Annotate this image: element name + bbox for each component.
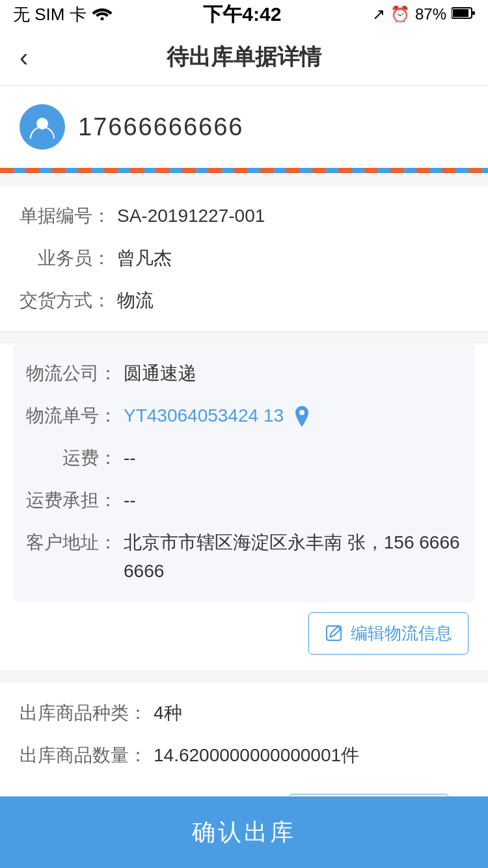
svg-rect-3 [472,11,475,15]
document-number-row: 单据编号： SA-20191227-001 [20,202,468,231]
sales-person-value: 曾凡杰 [111,244,468,273]
location-pin-icon [290,405,314,428]
page-title: 待出库单据详情 [167,42,321,72]
edit-logistics-button[interactable]: 编辑物流信息 [308,612,468,655]
address-row: 客户地址： 北京市市辖区海淀区永丰南 张，156 6666 6666 [26,528,462,587]
logistics-tracking-label: 物流单号： [26,401,117,431]
sales-person-row: 业务员： 曾凡杰 [20,244,468,273]
alarm-icon: ⏰ [390,5,410,23]
document-number-label: 单据编号： [20,202,111,231]
goods-quantity-value: 14.6200000000000001件 [147,741,468,770]
customer-header: 17666666666 [0,86,488,168]
customer-phone: 17666666666 [78,113,243,141]
goods-quantity-row: 出库商品数量： 14.6200000000000001件 [20,741,468,770]
content: 17666666666 单据编号： SA-20191227-001 业务员： 曾… [0,86,488,868]
confirm-button[interactable]: 确认出库 [192,817,296,848]
freight-row: 运费： -- [26,444,462,473]
edit-logistics-row: 编辑物流信息 [0,602,488,670]
nav-bar: ‹ 待出库单据详情 [0,29,488,86]
status-bar: 无 SIM 卡 下午4:42 ↗ ⏰ 87% [0,0,488,29]
delivery-type-value: 物流 [111,286,468,316]
battery-level: 87% [415,5,446,23]
freight-value: -- [117,444,462,473]
location-arrow-icon: ↗ [372,5,385,23]
svg-point-0 [100,17,103,20]
status-left: 无 SIM 卡 [13,3,113,26]
goods-quantity-label: 出库商品数量： [20,741,147,770]
address-value: 北京市市辖区海淀区永丰南 张，156 6666 6666 [117,528,462,587]
freight-label: 运费： [26,444,117,473]
logistics-company-value: 圆通速递 [117,359,462,388]
freight-bearer-label: 运费承担： [26,486,117,515]
bottom-bar: 确认出库 [0,796,488,868]
edit-icon [325,624,344,644]
avatar [20,104,65,150]
goods-type-row: 出库商品种类： 4种 [20,699,468,728]
dashed-divider [0,168,488,173]
document-number-value: SA-20191227-001 [111,202,468,231]
document-section: 单据编号： SA-20191227-001 业务员： 曾凡杰 交货方式： 物流 [0,186,488,331]
logistics-tracking-value: YT43064053424 13 [117,401,462,431]
logistics-card: 物流公司： 圆通速递 物流单号： YT43064053424 13 运费： -- [13,344,475,602]
logistics-section: 物流公司： 圆通速递 物流单号： YT43064053424 13 运费： -- [0,344,488,670]
goods-type-value: 4种 [147,699,468,728]
sales-person-label: 业务员： [20,244,111,273]
logistics-company-row: 物流公司： 圆通速递 [26,359,462,388]
wifi-icon [92,5,113,25]
status-right: ↗ ⏰ 87% [372,5,475,23]
svg-rect-2 [453,9,468,17]
logistics-tracking-row: 物流单号： YT43064053424 13 [26,401,462,431]
sim-status: 无 SIM 卡 [13,3,87,26]
address-label: 客户地址： [26,528,117,558]
delivery-type-row: 交货方式： 物流 [20,286,468,316]
logistics-company-label: 物流公司： [26,359,117,388]
battery-icon [452,5,475,23]
back-button[interactable]: ‹ [20,44,28,70]
goods-type-label: 出库商品种类： [20,699,147,728]
status-time: 下午4:42 [203,1,281,28]
freight-bearer-row: 运费承担： -- [26,486,462,515]
delivery-type-label: 交货方式： [20,286,111,316]
freight-bearer-value: -- [117,486,462,515]
